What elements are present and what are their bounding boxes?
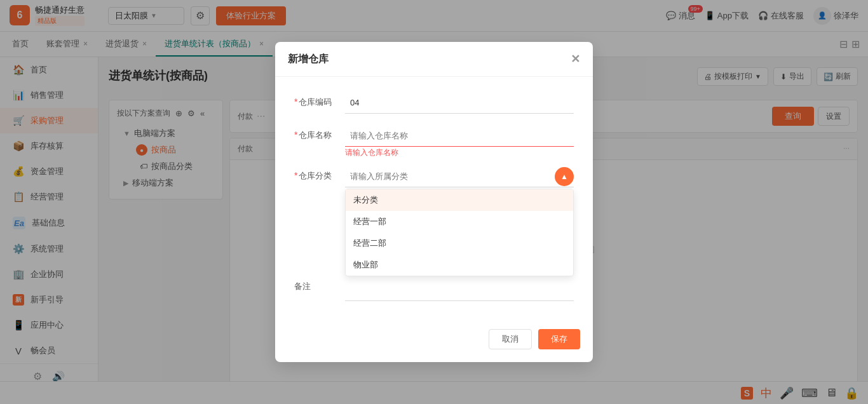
- category-required: *: [294, 170, 297, 180]
- category-label: * 仓库分类: [294, 166, 345, 182]
- category-dropdown-toggle[interactable]: ▲: [555, 167, 574, 186]
- dropdown-option-dept1[interactable]: 经营一部: [346, 211, 573, 232]
- category-input[interactable]: [345, 166, 555, 187]
- name-input[interactable]: [345, 125, 574, 147]
- notes-form-row: 备注: [294, 276, 574, 301]
- name-error-message: 请输入仓库名称: [345, 147, 398, 158]
- code-form-row: * 仓库编码: [294, 92, 574, 114]
- modal-close-button[interactable]: ✕: [571, 52, 580, 66]
- modal-footer: 取消 保存: [275, 323, 593, 362]
- code-input[interactable]: [345, 92, 574, 114]
- modal-body: * 仓库编码 * 仓库名称 请输入仓库名称 *: [275, 77, 593, 323]
- dropdown-option-dept3[interactable]: 物业部: [346, 254, 573, 276]
- modal-header: 新增仓库 ✕: [275, 42, 593, 77]
- dropdown-input-row: ▲: [345, 166, 574, 187]
- modal-overlay: 新增仓库 ✕ * 仓库编码 * 仓库名称 请输入仓库名称: [0, 0, 868, 404]
- name-label: * 仓库名称: [294, 125, 345, 141]
- category-form-row: * 仓库分类 ▲ 未分类 经营一部 经营二部 物业部: [294, 166, 574, 187]
- new-warehouse-modal: 新增仓库 ✕ * 仓库编码 * 仓库名称 请输入仓库名称: [275, 42, 593, 362]
- notes-input[interactable]: [345, 276, 574, 301]
- chevron-up-icon: ▲: [560, 172, 568, 181]
- dropdown-option-none[interactable]: 未分类: [346, 189, 573, 211]
- category-dropdown-list: 未分类 经营一部 经营二部 物业部: [345, 189, 574, 276]
- save-button[interactable]: 保存: [538, 329, 580, 349]
- dropdown-option-dept2[interactable]: 经营二部: [346, 232, 573, 254]
- category-dropdown: ▲ 未分类 经营一部 经营二部 物业部: [345, 166, 574, 187]
- notes-label: 备注: [294, 276, 345, 292]
- code-label: * 仓库编码: [294, 92, 345, 108]
- cancel-button[interactable]: 取消: [489, 329, 532, 349]
- name-required: *: [294, 130, 297, 140]
- modal-title: 新增仓库: [288, 53, 329, 66]
- code-required: *: [294, 97, 297, 107]
- name-form-row: * 仓库名称 请输入仓库名称: [294, 125, 574, 147]
